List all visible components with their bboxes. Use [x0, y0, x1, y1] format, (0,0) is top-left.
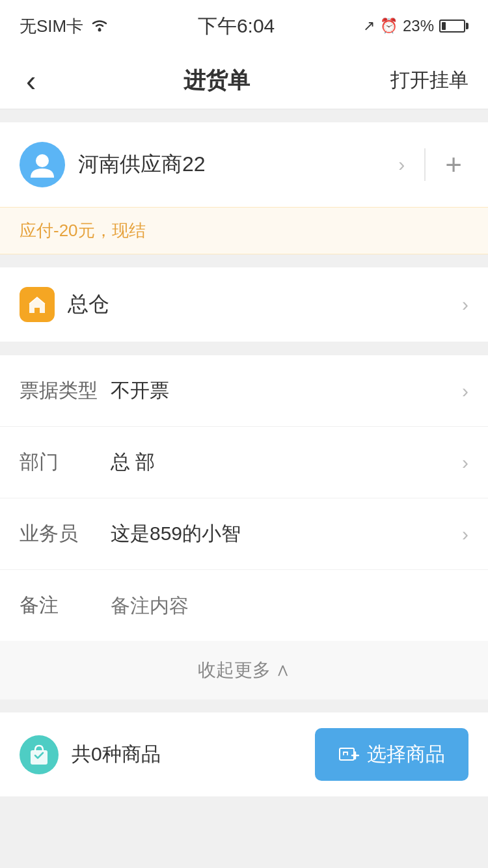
product-count: 共0种商品 [72, 741, 315, 768]
salesperson-chevron-icon: › [462, 523, 468, 545]
battery-percent: 23% [403, 17, 434, 35]
mid-divider2 [0, 342, 488, 355]
department-label: 部门 [20, 449, 98, 476]
remark-input[interactable] [111, 595, 468, 617]
invoice-type-label: 票据类型 [20, 377, 98, 404]
bottom-bg [0, 796, 488, 868]
department-chevron-icon: › [462, 452, 468, 474]
supplier-section: 河南供应商22 › + 应付-20元，现结 [0, 122, 488, 254]
department-value: 总 部 [111, 449, 462, 476]
notice-bar: 应付-20元，现结 [0, 207, 488, 254]
warehouse-icon-wrapper [20, 287, 55, 322]
warehouse-name: 总仓 [68, 290, 462, 319]
supplier-row[interactable]: 河南供应商22 › + [0, 122, 488, 207]
svg-rect-2 [34, 308, 40, 313]
product-icon-wrapper [20, 735, 59, 774]
supplier-avatar [20, 142, 65, 187]
vertical-divider [424, 148, 426, 181]
svg-rect-4 [340, 748, 354, 760]
select-product-button[interactable]: 选择商品 [315, 728, 468, 781]
select-product-label: 选择商品 [367, 741, 445, 768]
invoice-chevron-icon: › [462, 380, 468, 402]
warehouse-chevron-icon: › [462, 293, 468, 316]
invoice-type-row[interactable]: 票据类型 不开票 › [0, 355, 488, 427]
collapse-button[interactable]: 收起更多 ∧ [0, 641, 488, 699]
salesperson-value: 这是859的小智 [111, 521, 462, 547]
product-bar: 共0种商品 选择商品 [0, 712, 488, 796]
top-divider [0, 109, 488, 122]
add-button[interactable]: + [439, 148, 468, 181]
status-right: ↗ ⏰ 23% [363, 17, 468, 35]
svg-point-1 [36, 154, 49, 167]
battery-icon [439, 20, 468, 33]
svg-point-0 [98, 28, 102, 31]
wifi-icon [90, 16, 109, 36]
remark-row[interactable]: 备注 [0, 570, 488, 641]
invoice-type-value: 不开票 [111, 377, 462, 404]
back-button[interactable]: ‹ [20, 57, 42, 105]
location-icon: ↗ [363, 18, 375, 34]
supplier-name: 河南供应商22 [78, 150, 398, 179]
form-section: 票据类型 不开票 › 部门 总 部 › 业务员 这是859的小智 › 备注 [0, 355, 488, 641]
carrier-text: 无SIM卡 [20, 15, 83, 38]
nav-bar: ‹ 进货单 打开挂单 [0, 52, 488, 109]
status-bar: 无SIM卡 下午6:04 ↗ ⏰ 23% [0, 0, 488, 52]
page-title: 进货单 [183, 66, 250, 96]
open-pending-button[interactable]: 打开挂单 [390, 67, 468, 94]
warehouse-row[interactable]: 总仓 › [0, 267, 488, 342]
remark-label: 备注 [20, 592, 98, 619]
mid-divider1 [0, 254, 488, 267]
supplier-chevron-icon: › [398, 154, 405, 176]
salesperson-label: 业务员 [20, 521, 98, 547]
department-row[interactable]: 部门 总 部 › [0, 427, 488, 498]
alarm-icon: ⏰ [380, 18, 398, 34]
status-time: 下午6:04 [198, 13, 275, 40]
salesperson-row[interactable]: 业务员 这是859的小智 › [0, 498, 488, 570]
status-left: 无SIM卡 [20, 15, 109, 38]
